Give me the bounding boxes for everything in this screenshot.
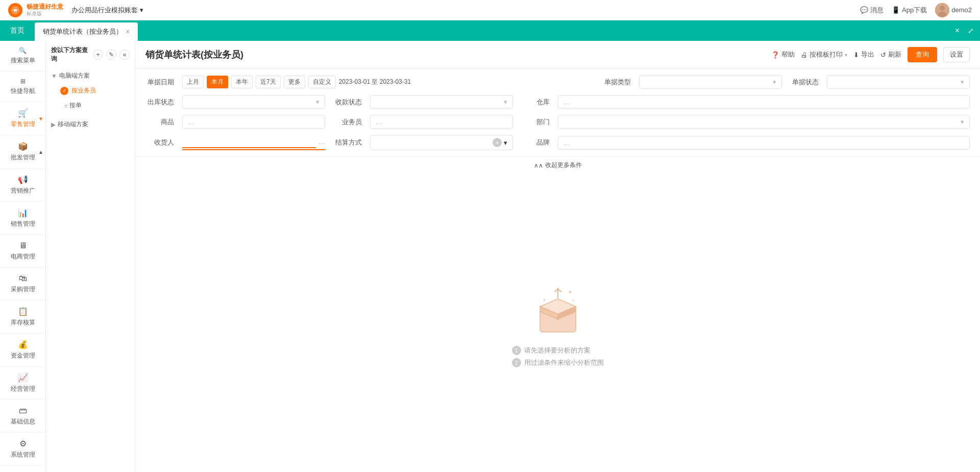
sidebar-item-sales[interactable]: 📊 销售管理 — [0, 202, 45, 235]
payment-method-arrow: ▾ — [504, 139, 507, 147]
messages-btn[interactable]: 💬 消息 — [860, 6, 884, 15]
retail-icon: 🛒 — [18, 108, 28, 118]
dept-select[interactable]: ▾ — [558, 115, 970, 129]
filter-row-1: 单据日期 上月 本月 本年 近7天 更多 自定义 2023-03-01 至 20… — [145, 75, 970, 89]
empty-tip-2: 2 用过滤条件来缩小分析范围 — [512, 358, 604, 367]
scheme-item-order[interactable]: ≡ 按单 — [46, 98, 135, 113]
date-btn-more[interactable]: 更多 — [284, 76, 305, 88]
pay-status-label: 收款状态 — [333, 98, 362, 107]
sidebar-item-operation[interactable]: 📈 经营管理 — [0, 367, 45, 400]
tip-2-text: 用过滤条件来缩小分析范围 — [524, 358, 604, 367]
download-icon: 📱 — [892, 6, 900, 14]
app-name: 办公用品行业模拟账套 — [71, 6, 138, 15]
system-icon: ⚙ — [19, 439, 27, 449]
tab-bar-maximize-icon[interactable]: ⤢ — [968, 27, 974, 35]
warehouse-select[interactable]: … — [558, 95, 970, 109]
user-menu[interactable]: demo2 — [935, 3, 972, 17]
sidebar-item-system[interactable]: ⚙ 系统管理 — [0, 433, 45, 466]
collapse-label: 收起更多条件 — [545, 161, 582, 170]
sidebar-item-wholesale[interactable]: 📦 批发管理 ▲ — [0, 135, 45, 169]
print-btn[interactable]: 🖨 按模板打印 ▾ — [801, 50, 847, 59]
top-bar-right: 💬 消息 📱 App下载 demo2 — [860, 3, 972, 17]
sidebar-item-inventory[interactable]: 📋 库存核算 — [0, 300, 45, 334]
sidebar-item-operation-label: 经营管理 — [11, 385, 35, 393]
receiver-input[interactable] — [182, 135, 316, 148]
date-btn-this-year[interactable]: 本年 — [231, 76, 253, 88]
settings-btn[interactable]: 设置 — [943, 47, 970, 62]
sidebar-item-marketing[interactable]: 📢 营销推广 — [0, 169, 45, 202]
doc-status-select[interactable]: ▾ — [827, 75, 970, 89]
tip-1-text: 请先选择要分析的方案 — [524, 346, 591, 355]
tab-home[interactable]: 首页 — [0, 20, 35, 41]
pay-status-select[interactable]: ▾ — [370, 95, 513, 109]
sidebar-item-marketing-label: 营销推广 — [11, 186, 35, 195]
date-label: 单据日期 — [145, 78, 174, 87]
retail-arrow: ▼ — [38, 116, 43, 122]
scheme-add-btn[interactable]: + — [93, 50, 103, 60]
tab-close-icon[interactable]: × — [126, 28, 130, 35]
tab-bar: 首页 销货单统计表（按业务员） × × ⤢ — [0, 20, 980, 41]
sidebar-item-retail-label: 零售管理 — [11, 120, 35, 129]
scheme-mobile-label: 移动端方案 — [58, 120, 88, 129]
scheme-edit-btn[interactable]: ✎ — [106, 50, 116, 60]
purchase-icon: 🛍 — [19, 274, 27, 283]
doc-type-select[interactable]: ▾ — [639, 75, 782, 89]
main-layout: 🔍 搜索菜单 ⊞ 快捷导航 🛒 零售管理 ▼ 📦 批发管理 ▲ 📢 营销推广 📊… — [0, 41, 980, 472]
tip-num-1: 1 — [512, 346, 521, 355]
doc-type-label: 单据类型 — [602, 78, 631, 87]
date-btn-last-month[interactable]: 上月 — [182, 76, 204, 88]
sidebar-item-basic[interactable]: 🗃 基础信息 — [0, 400, 45, 433]
refresh-icon: ↺ — [880, 51, 886, 59]
chevron-down-icon: ▼ — [51, 73, 57, 80]
message-icon: 💬 — [860, 6, 868, 14]
receiver-dots[interactable]: … — [318, 137, 325, 146]
salesperson-select[interactable]: … — [370, 115, 513, 129]
empty-illustration: ✦ ✦ ✦ — [527, 278, 589, 340]
filter-row-2: 出库状态 ▾ 收款状态 ▾ 仓库 … — [145, 95, 970, 109]
query-btn[interactable]: 查询 — [908, 47, 937, 62]
sidebar-item-enterprise[interactable]: 🤝 企业协同 — [0, 466, 45, 472]
payment-method-select[interactable]: × ▾ — [370, 135, 513, 150]
goods-select[interactable]: … — [182, 115, 325, 129]
sidebar-item-inventory-label: 库存核算 — [11, 318, 35, 327]
date-btn-this-month[interactable]: 本月 — [207, 76, 228, 88]
app-download-btn[interactable]: 📱 App下载 — [892, 6, 927, 15]
sidebar-quick-nav[interactable]: ⊞ 快捷导航 — [0, 72, 45, 102]
empty-tip-1: 1 请先选择要分析的方案 — [512, 346, 604, 355]
query-label: 查询 — [916, 50, 929, 59]
export-btn[interactable]: ⬇ 导出 — [853, 50, 874, 59]
main-content: 销货单统计表(按业务员) ❓ 帮助 🖨 按模板打印 ▾ ⬇ 导出 — [135, 41, 980, 472]
sidebar-item-purchase-label: 采购管理 — [11, 285, 35, 294]
salesperson-label: 业务员 — [333, 117, 362, 127]
sidebar-item-purchase[interactable]: 🛍 采购管理 — [0, 268, 45, 300]
sidebar-item-ecommerce[interactable]: 🖥 电商管理 — [0, 235, 45, 268]
tip-num-2: 2 — [512, 358, 521, 367]
date-btn-7days[interactable]: 近7天 — [256, 76, 281, 88]
page-header-actions: ❓ 帮助 🖨 按模板打印 ▾ ⬇ 导出 ↺ 刷新 — [771, 47, 970, 68]
out-status-select[interactable]: ▾ — [182, 95, 325, 109]
sidebar-item-finance[interactable]: 💰 资金管理 — [0, 334, 45, 367]
collapse-btn[interactable]: ∧∧ 收起更多条件 — [534, 161, 582, 170]
scheme-item-salesperson[interactable]: ✓ 按业务员 — [46, 83, 135, 98]
brand-dots: … — [564, 139, 570, 147]
payment-method-clear[interactable]: × — [493, 138, 502, 147]
help-icon: ❓ — [771, 51, 779, 59]
sidebar-item-retail[interactable]: 🛒 零售管理 ▼ — [0, 102, 45, 135]
scheme-collapse-btn[interactable]: « — [119, 50, 130, 60]
brand-select[interactable]: … — [558, 136, 970, 150]
app-selector[interactable]: 办公用品行业模拟账套 ▾ — [67, 6, 148, 15]
scheme-desktop-header[interactable]: ▼ 电脑端方案 — [46, 68, 135, 83]
payment-method-label: 结算方式 — [333, 138, 362, 147]
active-indicator: ✓ — [60, 87, 68, 95]
sidebar-search[interactable]: 🔍 搜索菜单 — [0, 41, 45, 72]
scheme-mobile-header[interactable]: ▶ 移动端方案 — [46, 117, 135, 132]
help-btn[interactable]: ❓ 帮助 — [771, 50, 795, 59]
filter-row-3: 商品 … 业务员 … 部门 ▾ — [145, 115, 970, 129]
doc-type-arrow: ▾ — [773, 78, 776, 86]
user-name: demo2 — [951, 6, 972, 14]
tab-bar-close-icon[interactable]: × — [955, 27, 960, 35]
quick-nav-icon: ⊞ — [20, 78, 26, 85]
date-btn-custom[interactable]: 自定义 — [308, 76, 336, 88]
tab-active[interactable]: 销货单统计表（按业务员） × — [35, 22, 138, 41]
refresh-btn[interactable]: ↺ 刷新 — [880, 50, 901, 59]
